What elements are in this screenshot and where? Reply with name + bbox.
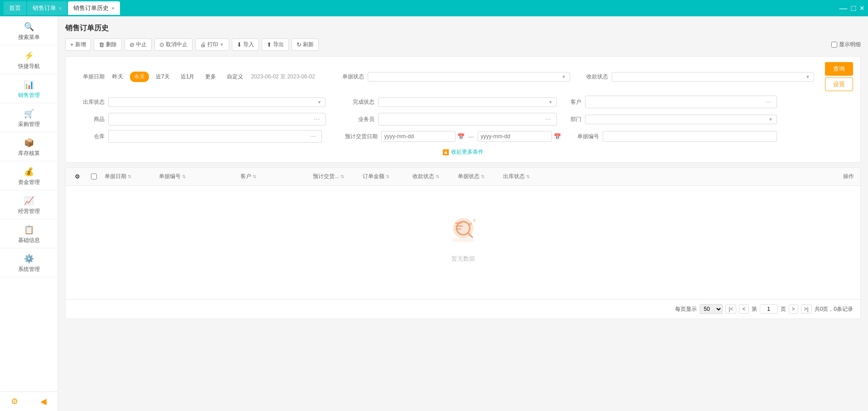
- date-range-text: 2023-06-02 至 2023-06-02: [251, 73, 315, 81]
- display-detail-wrap: 显示明细: [831, 41, 861, 48]
- delivery-date-start-input[interactable]: [381, 131, 456, 142]
- sidebar-item-system[interactable]: ⚙️ 系统管理: [0, 248, 58, 277]
- date-btn-1month[interactable]: 近1月: [177, 72, 199, 82]
- cancel-stop-button[interactable]: ⊙ 取消中止: [154, 39, 192, 51]
- sidebar-item-operations[interactable]: 📈 经营管理: [0, 190, 58, 219]
- next-page-btn[interactable]: >: [789, 305, 798, 314]
- first-page-btn[interactable]: |<: [725, 305, 736, 314]
- goods-select[interactable]: ···: [108, 113, 326, 126]
- pagination: 每页显示 50 10 20 100 |< < 第 页 > >| 共0页，0条记录: [66, 299, 860, 319]
- warehouse-select[interactable]: ···: [108, 130, 322, 143]
- sidebar-item-search-menu[interactable]: 🔍 搜索菜单: [0, 16, 58, 45]
- page-size-select[interactable]: 50 10 20 100: [700, 304, 723, 314]
- sidebar-item-purchase-mgmt[interactable]: 🛒 采购管理: [0, 103, 58, 132]
- print-arrow-icon: ▼: [220, 42, 224, 47]
- delete-button[interactable]: 🗑 删除: [94, 39, 122, 51]
- salesperson-ellipsis-icon[interactable]: ···: [543, 115, 552, 123]
- sidebar-toggle-icon[interactable]: ◀: [40, 396, 47, 406]
- delivery-date-end-input[interactable]: [478, 131, 552, 142]
- tab-sales-order[interactable]: 销售订单 ×: [27, 1, 67, 15]
- filter-area: 单据日期 昨天 今天 近7天 近1月 更多 自定义 2023-06-02 至 2…: [65, 56, 861, 163]
- delivery-status-arrow-icon: ▼: [317, 100, 321, 105]
- date-btn-7days[interactable]: 近7天: [152, 72, 174, 82]
- main-layout: 🔍 搜索菜单 ⚡ 快捷导航 📊 销售管理 🛒 采购管理 📦 库存核算 💰 资金管…: [0, 16, 868, 411]
- th-checkbox[interactable]: [86, 174, 102, 179]
- delete-icon: 🗑: [99, 41, 105, 48]
- sidebar: 🔍 搜索菜单 ⚡ 快捷导航 📊 销售管理 🛒 采购管理 📦 库存核算 💰 资金管…: [0, 16, 58, 411]
- refresh-button[interactable]: ↻ 刷新: [292, 39, 319, 51]
- delivery-date-label: 预计交货日期: [344, 133, 378, 140]
- sidebar-item-base-info[interactable]: 📋 基础信息: [0, 219, 58, 248]
- operations-icon: 📈: [24, 196, 34, 206]
- print-button[interactable]: 🖨 打印 ▼: [195, 39, 229, 51]
- receipt-status-arrow-icon: ▼: [806, 74, 810, 79]
- delivery-status-sort-icon[interactable]: ⇅: [526, 174, 530, 179]
- delivery-sort-icon[interactable]: ⇅: [340, 174, 344, 179]
- page-input[interactable]: [760, 305, 778, 314]
- print-icon: 🖨: [200, 41, 206, 48]
- query-button[interactable]: 查询: [825, 62, 853, 76]
- bill-number-input[interactable]: [603, 131, 777, 142]
- completion-status-select[interactable]: ▼: [378, 97, 556, 107]
- delivery-date-start-wrap: 📅: [381, 131, 465, 142]
- query-btn-group: 查询 设置: [825, 62, 853, 91]
- date-btn-custom[interactable]: 自定义: [223, 72, 247, 82]
- th-amount: 订单金额 ⇅: [360, 173, 410, 180]
- tab-sales-order-history[interactable]: 销售订单历史 ×: [68, 1, 120, 15]
- filter-row-1: 单据日期 昨天 今天 近7天 近1月 更多 自定义 2023-06-02 至 2…: [73, 62, 853, 91]
- calendar-end-icon[interactable]: 📅: [554, 133, 561, 140]
- th-settings[interactable]: ⚙: [69, 173, 86, 180]
- collapse-arrow-icon: 🔼: [442, 149, 449, 155]
- salesperson-select[interactable]: ···: [378, 113, 556, 126]
- delivery-status-select[interactable]: ▼: [108, 97, 326, 107]
- goods-ellipsis-icon[interactable]: ···: [312, 115, 321, 123]
- page-size-label: 每页显示: [675, 305, 697, 313]
- bill-status-select[interactable]: ▼: [368, 72, 570, 82]
- receipt-sort-icon[interactable]: ⇅: [436, 174, 439, 179]
- display-detail-checkbox[interactable]: [831, 42, 837, 48]
- prev-page-btn[interactable]: <: [739, 305, 748, 314]
- tab-sales-order-close[interactable]: ×: [59, 5, 62, 11]
- warehouse-ellipsis-icon[interactable]: ···: [308, 132, 317, 140]
- tab-home[interactable]: 首页: [4, 1, 26, 15]
- collapse-button[interactable]: 🔼 收起更多条件: [73, 147, 853, 157]
- sidebar-bottom: ⚙ ◀: [0, 392, 58, 411]
- sidebar-settings-icon[interactable]: ⚙: [11, 396, 18, 406]
- page-label: 页: [781, 305, 786, 313]
- stop-button[interactable]: ⊘ 中止: [125, 39, 152, 51]
- date-btn-yesterday[interactable]: 昨天: [108, 72, 127, 82]
- select-all-checkbox[interactable]: [91, 174, 97, 179]
- date-sort-icon[interactable]: ⇅: [128, 174, 131, 179]
- sidebar-item-inventory[interactable]: 📦 库存核算: [0, 132, 58, 161]
- number-sort-icon[interactable]: ⇅: [182, 174, 186, 179]
- page-label-prefix: 第: [752, 305, 757, 313]
- amount-sort-icon[interactable]: ⇅: [386, 174, 389, 179]
- window-close[interactable]: ×: [859, 4, 864, 13]
- calendar-start-icon[interactable]: 📅: [457, 133, 465, 140]
- import-button[interactable]: ⬇ 导入: [232, 39, 259, 51]
- bill-status-arrow-icon: ▼: [561, 74, 566, 79]
- receipt-status-select[interactable]: ▼: [612, 72, 814, 82]
- date-btn-more[interactable]: 更多: [201, 72, 220, 82]
- customer-ellipsis-icon[interactable]: ···: [763, 98, 773, 106]
- new-button[interactable]: + 新增: [65, 39, 91, 51]
- tab-sales-order-history-close[interactable]: ×: [111, 5, 114, 11]
- settings-button[interactable]: 设置: [825, 77, 853, 91]
- department-select[interactable]: ▼: [585, 115, 777, 124]
- bill-status-sort-icon[interactable]: ⇅: [481, 174, 484, 179]
- customer-select[interactable]: ···: [585, 96, 777, 108]
- window-maximize[interactable]: □: [851, 4, 856, 13]
- search-menu-icon: 🔍: [24, 22, 34, 32]
- window-minimize[interactable]: —: [839, 4, 848, 13]
- refresh-icon: ↻: [297, 41, 302, 48]
- sidebar-item-sales-mgmt[interactable]: 📊 销售管理: [0, 74, 58, 103]
- last-page-btn[interactable]: >|: [801, 305, 812, 314]
- date-btn-today[interactable]: 今天: [130, 72, 149, 82]
- settings-icon[interactable]: ⚙: [75, 173, 80, 180]
- sidebar-item-capital[interactable]: 💰 资金管理: [0, 161, 58, 190]
- export-button[interactable]: ⬆ 导出: [262, 39, 289, 51]
- sidebar-item-quick-nav[interactable]: ⚡ 快捷导航: [0, 45, 58, 74]
- customer-sort-icon[interactable]: ⇅: [253, 174, 256, 179]
- th-receipt-status: 收款状态 ⇅: [410, 173, 455, 180]
- th-number: 单据编号 ⇅: [156, 173, 238, 180]
